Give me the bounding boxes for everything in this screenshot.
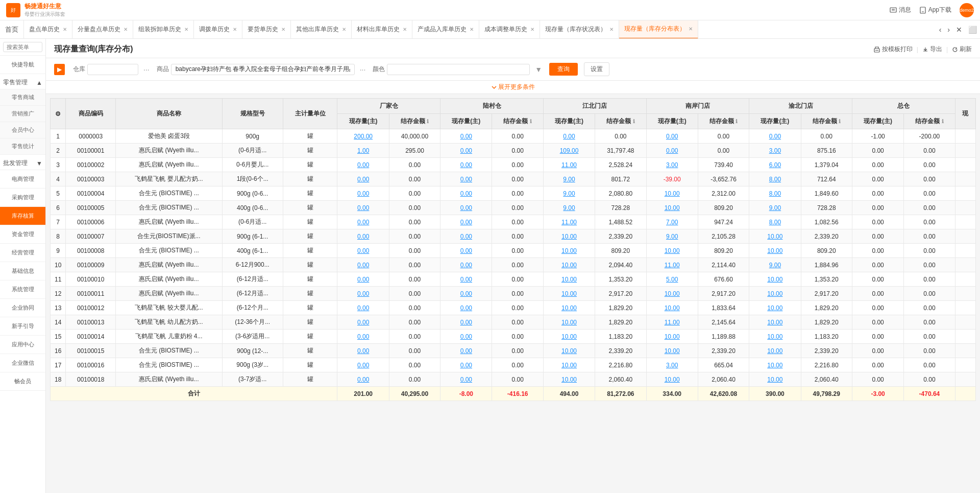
- tab-product-in[interactable]: 产成品入库单历史 ✕: [412, 20, 479, 39]
- cell-value[interactable]: 10.00: [749, 344, 801, 358]
- tab-stock-status[interactable]: 现存量（库存状况表）✕: [540, 20, 619, 39]
- user-avatar[interactable]: demo2: [960, 3, 974, 17]
- close-icon[interactable]: ✕: [530, 27, 534, 32]
- close-icon[interactable]: ✕: [63, 27, 67, 32]
- cell-value[interactable]: 0.00: [440, 358, 492, 372]
- cell-value[interactable]: 6.00: [749, 158, 801, 172]
- tab-requisition[interactable]: 要货单历史 ✕: [242, 20, 291, 39]
- cell-value[interactable]: 0.00: [440, 158, 492, 172]
- close-icon[interactable]: ✕: [470, 27, 474, 32]
- nav-next-btn[interactable]: ›: [944, 25, 953, 35]
- cell-value[interactable]: 11.00: [543, 158, 595, 172]
- cell-value[interactable]: 10.00: [543, 287, 595, 301]
- cell-value[interactable]: 7.00: [646, 215, 698, 229]
- cell-value[interactable]: 0.00: [337, 315, 389, 330]
- cell-value[interactable]: 10.00: [543, 301, 595, 315]
- cell-value[interactable]: 9.00: [543, 201, 595, 215]
- tab-material-out[interactable]: 材料出库单历史 ✕: [352, 20, 412, 39]
- cell-value[interactable]: 0.00: [337, 258, 389, 272]
- cell-value[interactable]: 10.00: [749, 301, 801, 315]
- sidebar-item-enterprise[interactable]: 企业协同: [0, 299, 45, 317]
- cell-value[interactable]: 10.00: [646, 344, 698, 358]
- close-icon[interactable]: ✕: [403, 27, 407, 32]
- cell-value[interactable]: 0.00: [337, 358, 389, 372]
- cell-total-qty[interactable]: 0.00: [852, 372, 903, 387]
- cell-value[interactable]: 0.00: [440, 372, 492, 387]
- cell-value[interactable]: 9.00: [646, 229, 698, 244]
- sidebar-item-finance[interactable]: 资金管理: [0, 225, 45, 244]
- cell-value[interactable]: 0.00: [337, 372, 389, 387]
- cell-value[interactable]: 10.00: [543, 315, 595, 330]
- cell-value[interactable]: 1.00: [337, 144, 389, 158]
- sidebar-item-wechat[interactable]: 企业微信: [0, 354, 45, 372]
- cell-value[interactable]: 8.00: [749, 215, 801, 229]
- cell-value[interactable]: 0.00: [440, 186, 492, 201]
- cell-value[interactable]: 0.00: [337, 186, 389, 201]
- cell-total-qty[interactable]: -1.00: [852, 129, 903, 144]
- search-btn[interactable]: 查询: [549, 63, 578, 76]
- cell-value[interactable]: 10.00: [646, 287, 698, 301]
- cell-value[interactable]: 0.00: [440, 144, 492, 158]
- warehouse-input[interactable]: [87, 64, 138, 75]
- cell-value[interactable]: 109.00: [543, 144, 595, 158]
- cell-value[interactable]: 3.00: [646, 358, 698, 372]
- cell-value[interactable]: 10.00: [646, 330, 698, 344]
- close-icon[interactable]: ✕: [233, 27, 237, 32]
- sidebar-item-app-center[interactable]: 应用中心: [0, 336, 45, 354]
- cell-value[interactable]: 3.00: [749, 144, 801, 158]
- cell-value[interactable]: 11.00: [543, 215, 595, 229]
- cell-value[interactable]: 0.00: [440, 315, 492, 330]
- cell-value[interactable]: 0.00: [440, 201, 492, 215]
- tab-stocktake[interactable]: 盘点单历史 ✕: [24, 20, 72, 39]
- cell-value[interactable]: 10.00: [749, 244, 801, 258]
- cell-total-qty[interactable]: 0.00: [852, 229, 903, 244]
- cell-value[interactable]: 10.00: [543, 272, 595, 287]
- nav-expand-btn[interactable]: ⬜: [965, 25, 980, 35]
- cell-value[interactable]: 0.00: [337, 272, 389, 287]
- cell-value[interactable]: 11.00: [646, 258, 698, 272]
- color-dots[interactable]: ▼: [532, 64, 545, 75]
- message-btn[interactable]: 消息: [890, 6, 911, 14]
- sidebar-item-operations[interactable]: 经营管理: [0, 244, 45, 262]
- cell-value[interactable]: 10.00: [543, 330, 595, 344]
- cell-value[interactable]: 0.00: [440, 287, 492, 301]
- goods-dots[interactable]: ···: [357, 64, 369, 75]
- sidebar-item-vip[interactable]: 畅会员: [0, 372, 45, 391]
- cell-value[interactable]: 0.00: [337, 158, 389, 172]
- cell-value[interactable]: 10.00: [749, 330, 801, 344]
- close-icon[interactable]: ✕: [342, 27, 346, 32]
- close-icon[interactable]: ✕: [184, 27, 188, 32]
- cell-total-qty[interactable]: 0.00: [852, 201, 903, 215]
- cell-value[interactable]: 11.00: [646, 315, 698, 330]
- cell-value[interactable]: 0.00: [543, 129, 595, 144]
- cell-value[interactable]: 0.00: [749, 129, 801, 144]
- cell-value[interactable]: 0.00: [440, 244, 492, 258]
- cell-value[interactable]: 10.00: [749, 229, 801, 244]
- warehouse-dots[interactable]: ···: [140, 64, 153, 75]
- cell-value[interactable]: 10.00: [749, 315, 801, 330]
- sidebar-item-new-guide[interactable]: 新手引导: [0, 317, 45, 336]
- cell-value[interactable]: 0.00: [337, 287, 389, 301]
- sidebar-item-system[interactable]: 系统管理: [0, 280, 45, 299]
- cell-value[interactable]: 10.00: [646, 372, 698, 387]
- sidebar-item-retail-stats[interactable]: 零售统计: [0, 138, 45, 155]
- cell-value[interactable]: 0.00: [440, 330, 492, 344]
- cell-value[interactable]: 10.00: [543, 358, 595, 372]
- cell-value[interactable]: 0.00: [440, 272, 492, 287]
- cell-value[interactable]: 0.00: [337, 330, 389, 344]
- sidebar-item-retail-shop[interactable]: 零售商城: [0, 89, 45, 106]
- cell-value[interactable]: 9.00: [749, 201, 801, 215]
- cell-value[interactable]: 10.00: [646, 186, 698, 201]
- sidebar-item-member[interactable]: 会员中心: [0, 122, 45, 138]
- cell-value[interactable]: 10.00: [543, 229, 595, 244]
- cell-value[interactable]: 9.00: [749, 258, 801, 272]
- sidebar-item-basic-info[interactable]: 基础信息: [0, 262, 45, 280]
- cell-total-qty[interactable]: 0.00: [852, 272, 903, 287]
- tab-transfer[interactable]: 调拨单历史 ✕: [194, 20, 242, 39]
- cell-value[interactable]: 3.00: [646, 158, 698, 172]
- gear-header[interactable]: ⚙: [51, 99, 66, 129]
- cell-value[interactable]: 10.00: [749, 272, 801, 287]
- cell-value[interactable]: 200.00: [337, 129, 389, 144]
- cell-value[interactable]: 9.00: [543, 172, 595, 186]
- cell-value[interactable]: 10.00: [646, 201, 698, 215]
